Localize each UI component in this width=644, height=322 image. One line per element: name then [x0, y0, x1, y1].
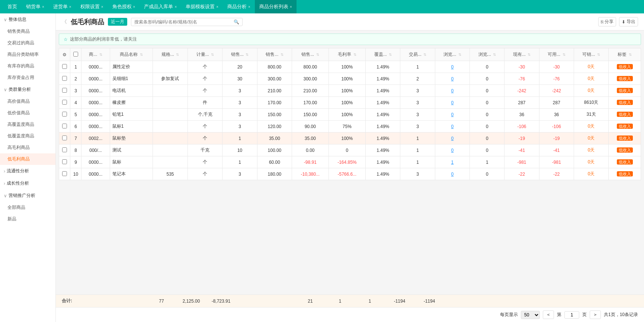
sidebar-item-high-value[interactable]: 高价值商品 [0, 96, 55, 107]
col-view2[interactable]: 浏览... ⇅ [470, 48, 504, 61]
row-name-8[interactable]: 鼠标 [110, 156, 153, 168]
row-checkbox-1[interactable] [62, 76, 67, 81]
row-name-4[interactable]: 铅笔1 [110, 109, 153, 121]
close-icon[interactable]: × [248, 5, 250, 9]
row-view1-3[interactable]: 0 [435, 97, 470, 109]
row-checkbox-7[interactable] [62, 147, 67, 152]
row-checkbox-4[interactable] [62, 112, 67, 117]
nav-analysis[interactable]: 商品分析 × [223, 0, 255, 13]
row-view1-5[interactable]: 0 [435, 121, 470, 133]
row-view1-9[interactable]: 0 [435, 168, 470, 180]
close-icon[interactable]: × [101, 5, 103, 9]
sidebar-item-high-margin[interactable]: 高毛利商品 [0, 142, 55, 153]
close-icon[interactable]: × [216, 5, 218, 9]
row-checkbox-6[interactable] [62, 136, 67, 140]
row-name-7[interactable]: 测试 [110, 144, 153, 156]
sidebar-item-category-rate[interactable]: 商品分类助销率 [0, 49, 55, 60]
col-transaction[interactable]: 交易... ⇅ [400, 48, 435, 61]
col-sellable[interactable]: 可销... ⇅ [574, 48, 609, 61]
table-container[interactable]: ⚙ 商... ⇅ 商品名称 ⇅ 规格... ⇅ 计量... ⇅ 销售... ⇅ … [56, 48, 644, 294]
prev-page-button[interactable]: ＜ [543, 310, 554, 319]
sidebar-item-inventory-capital[interactable]: 库存资金占用 [0, 72, 55, 83]
row-checkbox-8[interactable] [62, 159, 67, 164]
nav-purchase[interactable]: 进货单 × [49, 0, 76, 13]
export-button[interactable]: ⬇ 导出 [619, 17, 638, 26]
row-view1-4[interactable]: 0 [435, 109, 470, 121]
col-sales-amount[interactable]: 销售... ⇅ [257, 48, 292, 61]
col-settings[interactable]: ⚙ [59, 48, 70, 61]
search-icon[interactable]: 🔍 [234, 19, 239, 25]
row-view1-2[interactable]: 0 [435, 85, 470, 97]
row-checkbox-2[interactable] [62, 88, 67, 93]
col-checkbox[interactable] [70, 48, 81, 61]
col-view1[interactable]: 浏览... ⇅ [435, 48, 470, 61]
row-no-5: 6 [70, 121, 81, 133]
row-name-3[interactable]: 橡皮擦 [110, 97, 153, 109]
row-code-7: 000/... [81, 144, 110, 156]
sidebar-item-low-coverage[interactable]: 低覆盖度商品 [0, 130, 55, 142]
sidebar-item-low-value[interactable]: 低价值商品 [0, 107, 55, 119]
sidebar-section-marketing[interactable]: ∨ 营销推广分析 [0, 189, 55, 202]
page-number-input[interactable] [564, 311, 579, 319]
row-name-0[interactable]: 属性定价 [110, 61, 153, 73]
row-view1-8[interactable]: 1 [435, 156, 470, 168]
time-range-tag[interactable]: 近一月 [108, 18, 127, 26]
close-icon[interactable]: × [42, 5, 44, 9]
sidebar-item-low-margin[interactable]: 低毛利商品 [0, 153, 55, 165]
next-page-button[interactable]: ＞ [590, 310, 601, 319]
nav-analysis-list[interactable]: 商品分析列表 × [255, 0, 297, 13]
sidebar-item-sales-products[interactable]: 销售类商品 [0, 26, 55, 37]
table-row: 10 0000... 笔记本 535 个 3 180.00 -10,380...… [59, 168, 641, 180]
close-icon[interactable]: × [69, 5, 71, 9]
row-checkbox-0[interactable] [62, 64, 67, 69]
col-available[interactable]: 可用... ⇅ [539, 48, 574, 61]
sidebar-item-new-products[interactable]: 新品 [0, 213, 55, 225]
col-sales-profit[interactable]: 销售... ⇅ [292, 48, 329, 61]
share-button[interactable]: ⎘ 分享 [598, 17, 616, 26]
col-current[interactable]: 现有... ⇅ [504, 48, 539, 61]
nav-roles[interactable]: 角色授权 × [108, 0, 140, 13]
sidebar-section-growth[interactable]: › 成长性分析 [0, 177, 55, 189]
row-view1-7[interactable]: 0 [435, 144, 470, 156]
row-checkbox-9[interactable] [62, 171, 67, 176]
row-view1-0[interactable]: 0 [435, 61, 470, 73]
nav-home[interactable]: 首页 [3, 0, 22, 13]
select-all-checkbox[interactable] [73, 52, 78, 57]
col-sales-qty[interactable]: 销售... ⇅ [222, 48, 257, 61]
sidebar-item-traded-products[interactable]: 交易过的商品 [0, 37, 55, 49]
nav-sales[interactable]: 销货单 × [22, 0, 49, 13]
row-checkbox-5[interactable] [62, 124, 67, 128]
col-unit[interactable]: 计量... ⇅ [188, 48, 222, 61]
col-name[interactable]: 商品名称 ⇅ [110, 48, 153, 61]
col-tag[interactable]: 标签 ⇅ [609, 48, 641, 61]
sidebar-item-all-products[interactable]: 全部商品 [0, 202, 55, 213]
sidebar-collapse-btn[interactable]: 《 [62, 19, 67, 25]
nav-permissions[interactable]: 权限设置 × [76, 0, 108, 13]
col-coverage[interactable]: 覆盖... ⇅ [366, 48, 400, 61]
col-spec[interactable]: 规格... ⇅ [153, 48, 188, 61]
row-name-2[interactable]: 电话机 [110, 85, 153, 97]
sidebar-section-group[interactable]: ∨ 类群量分析 [0, 83, 55, 96]
row-view1-6[interactable]: 0 [435, 133, 470, 144]
nav-template[interactable]: 单据模板设置 × [181, 0, 223, 13]
nav-product-entry[interactable]: 产成品入库单 × [140, 0, 181, 13]
row-view2-9: 0 [470, 168, 504, 180]
row-name-9[interactable]: 笔记本 [110, 168, 153, 180]
row-name-1[interactable]: 吴细细1 [110, 73, 153, 85]
row-name-6[interactable]: 鼠标垫 [110, 133, 153, 144]
row-checkbox-3[interactable] [62, 100, 67, 105]
row-sellable-9: 0天 [574, 168, 609, 180]
close-icon[interactable]: × [174, 5, 177, 9]
sidebar-item-high-coverage[interactable]: 高覆盖度商品 [0, 119, 55, 130]
search-input[interactable] [134, 19, 234, 25]
sidebar-section-liquidity[interactable]: › 流通性分析 [0, 165, 55, 177]
close-icon[interactable]: × [290, 5, 292, 9]
close-icon[interactable]: × [133, 5, 135, 9]
row-view1-1[interactable]: 0 [435, 73, 470, 85]
page-size-select[interactable]: 50 100 200 [521, 311, 540, 319]
sidebar-item-stocked-products[interactable]: 有库存的商品 [0, 60, 55, 72]
col-code[interactable]: 商... ⇅ [81, 48, 110, 61]
sidebar-section-overall[interactable]: ∨ 整体信息 [0, 13, 55, 26]
col-margin-rate[interactable]: 毛利率 ⇅ [329, 48, 366, 61]
row-name-5[interactable]: 鼠标1 [110, 121, 153, 133]
